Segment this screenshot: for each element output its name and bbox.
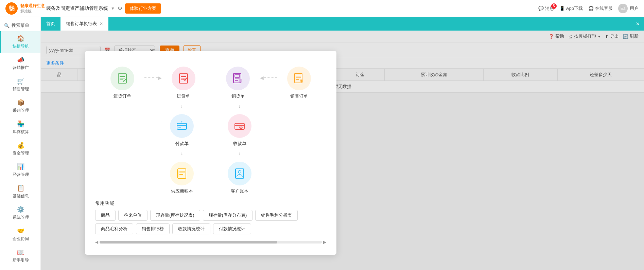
service-item[interactable]: 🎧 在线客服 <box>588 5 613 12</box>
sp3-c0 <box>95 151 153 156</box>
logo-icon: 畅 <box>5 2 18 15</box>
dropdown-icon[interactable]: ▼ <box>111 6 115 11</box>
sidebar-item-operation[interactable]: 📊 经营管理 <box>0 160 40 181</box>
cf-btn-stock-dist[interactable]: 现存量(库存分布表) <box>203 210 253 221</box>
flow-receipt-bill[interactable]: ¥ 收款单 <box>211 109 268 149</box>
cf-btn-sales-rank[interactable]: 销售排行榜 <box>136 223 170 234</box>
sidebar-search[interactable]: 🔍 搜索菜单 <box>0 20 40 31</box>
receipt-bill-circle: ¥ <box>228 114 251 138</box>
gear-icon[interactable]: ⚙ <box>118 5 122 12</box>
svg-rect-20 <box>177 123 187 129</box>
enterprise-icon: 🤝 <box>17 227 24 235</box>
sidebar-label-quick-nav: 快捷导航 <box>13 43 29 49</box>
inventory-icon: 🏪 <box>17 120 24 128</box>
customer-ledger-label: 客户账本 <box>231 188 248 194</box>
system-title-area: 装备及固定资产辅助管理系统 ▼ ⚙ 体验行业方案 <box>46 3 538 14</box>
message-item[interactable]: 💬 消息 5 <box>538 5 554 12</box>
flow-sales-bill[interactable]: 销货单 <box>211 61 265 102</box>
sidebar-label-marketing: 营销推广 <box>13 65 29 71</box>
user-info[interactable]: Ea 用户 <box>618 4 639 13</box>
sales-bill-label: 销货单 <box>231 93 245 99</box>
sidebar-item-finance[interactable]: 💰 资金管理 <box>0 138 40 160</box>
svg-rect-24 <box>235 123 244 129</box>
sales-order-label: 销售订单 <box>290 93 308 99</box>
logo-text: 畅康通好生意 <box>20 3 45 9</box>
cf-btn-payment-stats[interactable]: 付款情况统计 <box>213 223 251 234</box>
tab-sales-order-exec[interactable]: 销售订单执行表 ✕ <box>60 17 108 31</box>
flow-payment-bill[interactable]: ¥ 付款单 <box>153 109 211 149</box>
cf-btn-receipt-stats[interactable]: 收款情况统计 <box>172 223 210 234</box>
svg-rect-9 <box>235 74 240 77</box>
popup-scrollbar: ◀ ▶ <box>95 240 326 245</box>
svg-text:¥: ¥ <box>240 126 242 129</box>
scroll-right-icon[interactable]: ▶ <box>323 240 326 245</box>
arrow-sb-down: ↓ <box>211 103 268 109</box>
experience-button[interactable]: 体验行业方案 <box>125 3 161 14</box>
payment-bill-label: 付款单 <box>175 141 189 147</box>
scroll-left-icon[interactable]: ◀ <box>95 240 98 245</box>
sidebar-item-enterprise[interactable]: 🤝 企业协同 <box>0 224 40 245</box>
svg-rect-29 <box>177 170 178 177</box>
arrow-rec-down: ↓ <box>211 151 268 156</box>
sidebar-item-marketing[interactable]: 📣 营销推广 <box>0 53 40 74</box>
arrow-pb-down: ↓ <box>153 103 211 109</box>
flow-supplier-ledger[interactable]: 供应商账本 <box>153 156 211 197</box>
tab-sales-label: 销售订单执行表 <box>66 21 97 27</box>
message-badge: 5 <box>551 3 557 9</box>
close-right-icon[interactable]: ✕ <box>636 21 644 26</box>
sidebar-label-finance: 资金管理 <box>13 150 29 156</box>
topbar: 畅 畅康通好生意 标准版 装备及固定资产辅助管理系统 ▼ ⚙ 体验行业方案 💬 … <box>0 0 644 17</box>
sidebar-item-inventory[interactable]: 🏪 库存核算 <box>0 117 40 138</box>
tab-home[interactable]: 首页 <box>41 17 60 31</box>
flow-purchase-order[interactable]: 进货订单 <box>95 61 150 102</box>
flow-purchase-bill[interactable]: 进货单 <box>156 61 211 102</box>
sales-bill-icon <box>232 72 244 85</box>
basic-icon: 📋 <box>17 184 24 192</box>
service-icon: 🎧 <box>588 6 594 11</box>
sidebar-label-sales: 销售管理 <box>13 86 29 92</box>
cf-btn-goods[interactable]: 商品 <box>95 210 116 221</box>
flow-sales-order[interactable]: 销售订单 <box>272 61 327 102</box>
flow-customer-ledger[interactable]: 客户账本 <box>211 156 268 197</box>
home-icon: 🏠 <box>17 35 24 42</box>
arrow-pay-down: ↓ <box>153 151 211 156</box>
popup: 进货订单 ▶ <box>85 51 336 255</box>
cf-title: 常用功能 <box>95 200 326 206</box>
sidebar-item-basic[interactable]: 📋 基础信息 <box>0 181 40 202</box>
supplier-ledger-icon <box>176 167 188 180</box>
purchase-bill-circle <box>172 67 195 90</box>
topbar-right: 💬 消息 5 📱 App下载 🎧 在线客服 Ea 用户 <box>538 4 639 13</box>
payment-bill-circle: ¥ <box>170 114 194 138</box>
cf-btn-sales-gross[interactable]: 销售毛利分析表 <box>255 210 298 221</box>
app-download-item[interactable]: 📱 App下载 <box>559 5 583 12</box>
cf-btn-partner[interactable]: 往来单位 <box>118 210 147 221</box>
sidebar-item-purchase[interactable]: 📦 采购管理 <box>0 95 40 117</box>
sales-order-icon <box>293 72 305 85</box>
sidebar-item-quick-nav[interactable]: 🏠 快捷导航 <box>0 31 40 53</box>
content-area: ❓ 帮助 🖨 按模板打印 ▼ ⬆ 导出 🔄 刷新 <box>41 31 644 270</box>
svg-text:¥: ¥ <box>181 120 183 123</box>
logo-sub: 标准版 <box>20 9 45 14</box>
cf-btn-stock-status[interactable]: 现存量(库存状况表) <box>150 210 200 221</box>
marketing-icon: 📣 <box>17 56 24 64</box>
sidebar-item-guide[interactable]: 📖 新手引导 <box>0 245 40 267</box>
logo-area: 畅 畅康通好生意 标准版 <box>5 2 46 15</box>
sidebar-label-purchase: 采购管理 <box>13 108 29 113</box>
sidebar-item-system[interactable]: ⚙️ 系统管理 <box>0 202 40 224</box>
flow-row-0: 进货订单 ▶ <box>95 61 326 102</box>
common-functions: 常用功能 商品 往来单位 现存量(库存状况表) 现存量(库存分布表) 销售毛利分… <box>95 200 326 234</box>
svg-rect-12 <box>239 79 242 83</box>
sidebar-label-guide: 新手引导 <box>13 257 29 263</box>
receipt-bill-label: 收款单 <box>233 141 246 147</box>
sidebar-item-sales[interactable]: 🛒 销售管理 <box>0 74 40 95</box>
tab-close-icon[interactable]: ✕ <box>100 21 103 26</box>
sidebar-label-inventory: 库存核算 <box>13 129 29 135</box>
search-icon: 🔍 <box>4 23 10 28</box>
svg-rect-22 <box>178 127 181 128</box>
cf-btn-goods-gross[interactable]: 商品毛利分析 <box>95 223 133 234</box>
scrollbar-track[interactable] <box>100 241 322 244</box>
flow-arrows-row-3: ↓ ↓ <box>95 151 326 156</box>
search-label: 搜索菜单 <box>12 22 29 29</box>
main: 首页 销售订单执行表 ✕ ✕ ❓ 帮助 🖨 按模板打印 ▼ <box>41 17 644 270</box>
purchase-icon: 📦 <box>17 99 24 106</box>
